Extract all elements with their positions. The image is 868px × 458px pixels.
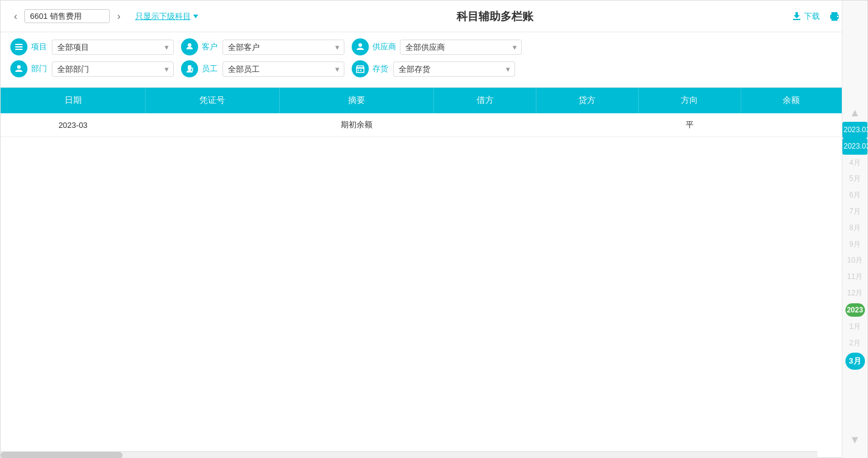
staff-select-wrapper: 全部员工 — [222, 62, 344, 77]
filter-staff-item: 员工 全部员工 — [181, 60, 344, 77]
next-account-btn[interactable]: › — [113, 10, 124, 23]
period-12[interactable]: 12月 — [842, 285, 867, 301]
filter-inventory-item: 存货 全部存货 — [352, 60, 515, 77]
show-sub-label: 只显示下级科目 — [135, 11, 191, 22]
page-title: 科目辅助多栏账 — [198, 9, 792, 24]
horizontal-scrollbar[interactable] — [1, 451, 817, 458]
filter-project-item: 项目 全部项目 — [10, 38, 174, 55]
top-bar: ‹ › 只显示下级科目 科目辅助多栏账 下载 — [1, 1, 867, 32]
period-1[interactable]: 1月 — [842, 319, 867, 335]
account-code-input[interactable] — [24, 9, 110, 23]
download-label: 下载 — [804, 11, 820, 22]
print-icon — [830, 12, 839, 21]
period-9[interactable]: 9月 — [842, 236, 867, 253]
svg-rect-6 — [15, 46, 23, 48]
year-2023-badge[interactable]: 2023 — [845, 303, 865, 317]
main-window: ‹ › 只显示下级科目 科目辅助多栏账 下载 — [0, 0, 868, 458]
filter-dept-item: 部门 全部部门 — [10, 60, 174, 77]
col-direction: 方向 — [638, 88, 741, 113]
period-8[interactable]: 8月 — [842, 220, 867, 236]
cell-balance — [741, 113, 842, 137]
inventory-select-wrapper: 全部存货 — [393, 62, 515, 77]
period-5[interactable]: 5月 — [842, 171, 867, 187]
period-2023-03-first[interactable]: 2023.03 — [842, 122, 867, 138]
cell-credit — [536, 113, 639, 137]
filter-customer-item: 客户 全部客户 — [181, 38, 344, 55]
staff-icon — [181, 60, 198, 77]
supplier-icon — [352, 38, 369, 55]
period-3-active[interactable]: 3月 — [845, 353, 865, 370]
cell-debit — [434, 113, 536, 137]
ledger-table: 日期 凭证号 摘要 借方 贷方 方向 余额 2023-03 — [1, 88, 842, 137]
col-credit: 贷方 — [536, 88, 639, 113]
account-nav: ‹ › 只显示下级科目 — [10, 9, 198, 23]
svg-rect-3 — [831, 18, 838, 21]
cell-voucher — [146, 113, 280, 137]
inventory-select[interactable]: 全部存货 — [393, 62, 515, 77]
period-6[interactable]: 6月 — [842, 187, 867, 203]
filter-area: 项目 全部项目 客户 全部客户 — [1, 32, 842, 88]
col-date: 日期 — [1, 88, 146, 113]
period-10[interactable]: 10月 — [842, 252, 867, 269]
cell-summary: 期初余额 — [279, 113, 433, 137]
project-select-wrapper: 全部项目 — [52, 40, 174, 55]
table-row: 2023-03 期初余额 平 — [1, 113, 842, 137]
cell-date: 2023-03 — [1, 113, 146, 137]
customer-select-wrapper: 全部客户 — [222, 40, 344, 55]
scroll-up-btn[interactable]: ▲ — [847, 104, 863, 122]
svg-rect-0 — [793, 19, 800, 20]
inventory-icon — [352, 60, 369, 77]
supplier-select[interactable]: 全部供应商 — [400, 40, 522, 55]
content-area: 项目 全部项目 客户 全部客户 — [1, 32, 842, 458]
col-balance: 余额 — [741, 88, 842, 113]
customer-icon — [181, 38, 198, 55]
scrollbar-thumb[interactable] — [1, 452, 123, 458]
table-container[interactable]: 日期 凭证号 摘要 借方 贷方 方向 余额 2023-03 — [1, 88, 842, 451]
svg-rect-5 — [15, 44, 23, 45]
supplier-label: 供应商 — [372, 41, 396, 52]
inventory-label: 存货 — [372, 63, 390, 74]
download-btn[interactable]: 下载 — [792, 11, 820, 22]
customer-label: 客户 — [202, 41, 219, 52]
download-icon — [792, 12, 802, 21]
filter-row-1: 项目 全部项目 客户 全部客户 — [10, 38, 832, 55]
staff-select[interactable]: 全部员工 — [222, 62, 344, 77]
svg-rect-1 — [831, 12, 838, 15]
customer-select[interactable]: 全部客户 — [222, 40, 344, 55]
staff-label: 员工 — [202, 63, 219, 74]
prev-account-btn[interactable]: ‹ — [10, 10, 21, 23]
svg-rect-10 — [188, 65, 191, 70]
supplier-select-wrapper: 全部供应商 — [400, 40, 522, 55]
svg-rect-4 — [837, 16, 838, 17]
period-2[interactable]: 2月 — [842, 335, 867, 351]
cell-direction: 平 — [638, 113, 741, 137]
project-icon — [10, 38, 27, 55]
dept-select[interactable]: 全部部门 — [52, 62, 174, 77]
table-header-row: 日期 凭证号 摘要 借方 贷方 方向 余额 — [1, 88, 842, 113]
show-sub-btn[interactable]: 只显示下级科目 — [135, 11, 198, 22]
dept-label: 部门 — [31, 63, 48, 74]
right-panel: ▲ 2023.03 2023.03 4月 5月 6月 7月 8月 9月 10月 … — [842, 1, 867, 458]
filter-row-2: 部门 全部部门 员工 全部员工 — [10, 60, 832, 77]
period-2023-03-second[interactable]: 2023.03 — [842, 138, 867, 155]
filter-supplier-item: 供应商 全部供应商 — [352, 38, 522, 55]
dept-select-wrapper: 全部部门 — [52, 62, 174, 77]
col-voucher: 凭证号 — [146, 88, 280, 113]
scroll-down-btn[interactable]: ▼ — [847, 431, 863, 449]
project-select[interactable]: 全部项目 — [52, 40, 174, 55]
dropdown-arrow-icon — [193, 15, 198, 18]
col-summary: 摘要 — [279, 88, 433, 113]
project-label: 项目 — [31, 41, 48, 52]
period-7[interactable]: 7月 — [842, 203, 867, 220]
svg-rect-7 — [15, 49, 23, 50]
period-4[interactable]: 4月 — [842, 155, 867, 171]
period-11[interactable]: 11月 — [842, 269, 867, 285]
svg-point-9 — [17, 65, 21, 69]
dept-icon — [10, 60, 27, 77]
col-debit: 借方 — [434, 88, 536, 113]
main-content: 日期 凭证号 摘要 借方 贷方 方向 余额 2023-03 — [1, 88, 842, 458]
svg-point-8 — [358, 43, 362, 47]
